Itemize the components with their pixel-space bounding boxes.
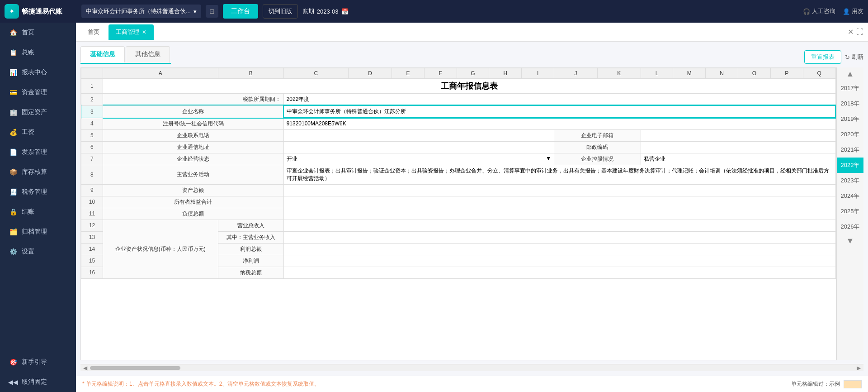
sidebar-item-invoice[interactable]: 📄 发票管理 bbox=[0, 142, 76, 162]
row-num-5: 5 bbox=[81, 129, 103, 141]
sidebar-item-guide[interactable]: 🎯 新手引导 bbox=[0, 352, 76, 372]
service-button[interactable]: 🎧 人工咨询 bbox=[803, 7, 835, 15]
col-p: P bbox=[770, 68, 803, 79]
address-value[interactable] bbox=[283, 141, 554, 153]
year-2018[interactable]: 2018年 bbox=[837, 96, 863, 111]
sub-tab-other-label: 其他信息 bbox=[135, 50, 160, 57]
copy-button[interactable]: ⊡ bbox=[206, 5, 218, 18]
hscroll-bar[interactable]: ◀ ▶ bbox=[80, 364, 863, 371]
year-2020[interactable]: 2020年 bbox=[837, 127, 863, 142]
hscroll-thumb[interactable] bbox=[90, 366, 180, 370]
resize-window-button[interactable]: ⛶ bbox=[856, 28, 863, 36]
user-button[interactable]: 👤 用友 bbox=[843, 7, 863, 15]
main-revenue-value[interactable] bbox=[283, 231, 835, 243]
tax-total-label: 纳税总额 bbox=[218, 267, 283, 278]
net-profit-value[interactable] bbox=[283, 255, 835, 267]
sidebar-item-ledger[interactable]: 📋 总账 bbox=[0, 43, 76, 62]
period-value-cell[interactable]: 2022年度 bbox=[283, 94, 835, 106]
chevron-down-icon: ▾ bbox=[193, 8, 197, 15]
email-value[interactable] bbox=[641, 129, 835, 141]
table-row: 5 企业联系电话 企业电子邮箱 bbox=[81, 129, 836, 141]
year-2019[interactable]: 2019年 bbox=[837, 111, 863, 127]
sidebar-item-salary[interactable]: 💰 工资 bbox=[0, 122, 76, 142]
table-row: 4 注册号/统一社会信用代码 91320100MA208E5W6K bbox=[81, 118, 836, 129]
col-q: Q bbox=[803, 68, 835, 79]
company-name-value[interactable]: 中审众环会计师事务所（特殊普通合伙）江苏分所 bbox=[283, 105, 835, 118]
sidebar-item-asset[interactable]: 🏢 固定资产 bbox=[0, 102, 76, 122]
sidebar-item-archive[interactable]: 🗂️ 归档管理 bbox=[0, 222, 76, 242]
table-row: 1 工商年报信息表 bbox=[81, 79, 836, 94]
pin-icon: ◀◀ bbox=[9, 378, 17, 386]
hscroll-right-button[interactable]: ▶ bbox=[854, 364, 863, 371]
biz-status-value[interactable]: 开业 ▼ bbox=[283, 153, 554, 165]
profit-value[interactable] bbox=[283, 243, 835, 255]
sidebar-item-settings[interactable]: ⚙️ 设置 bbox=[0, 242, 76, 262]
sidebar-label-home: 首页 bbox=[22, 29, 34, 37]
row-num-3: 3 bbox=[81, 105, 103, 118]
assets-value[interactable] bbox=[283, 184, 835, 196]
row-num-12: 12 bbox=[81, 220, 103, 231]
sub-tab-other[interactable]: 其他信息 bbox=[126, 46, 170, 63]
year-2017[interactable]: 2017年 bbox=[837, 81, 863, 96]
invoice-icon: 📄 bbox=[9, 148, 17, 156]
holding-value[interactable]: 私营企业 bbox=[641, 153, 835, 165]
main-biz-value[interactable]: 审查企业会计报表；出具审计报告；验证企业资本；出具验资报告；办理企业合并、分立、… bbox=[283, 165, 835, 184]
spreadsheet-container: A B C D E F G H I J K L bbox=[80, 67, 836, 360]
old-version-button[interactable]: 切到旧版 bbox=[263, 4, 298, 19]
year-2024[interactable]: 2024年 bbox=[837, 188, 863, 204]
sub-tab-basic-label: 基础信息 bbox=[90, 50, 115, 57]
sidebar-item-tax[interactable]: 🧾 税务管理 bbox=[0, 182, 76, 202]
equity-value[interactable] bbox=[283, 196, 835, 208]
sidebar-label-unpin: 取消固定 bbox=[22, 378, 47, 386]
year-scroll-down-button[interactable]: ▼ bbox=[844, 234, 856, 248]
hscroll-left-button[interactable]: ◀ bbox=[80, 364, 90, 371]
sidebar-label-settings: 设置 bbox=[22, 248, 34, 256]
phone-value[interactable] bbox=[283, 129, 554, 141]
sub-tab-basic[interactable]: 基础信息 bbox=[80, 46, 125, 63]
tax-total-value[interactable] bbox=[283, 267, 835, 278]
workbench-button[interactable]: 工作台 bbox=[223, 4, 258, 19]
close-window-button[interactable]: ✕ bbox=[848, 28, 854, 36]
sidebar-item-home[interactable]: 🏠 首页 bbox=[0, 23, 76, 43]
sidebar-item-inventory[interactable]: 📦 库存核算 bbox=[0, 162, 76, 182]
year-scroll-up-button[interactable]: ▲ bbox=[844, 67, 856, 81]
sidebar-label-salary: 工资 bbox=[22, 128, 34, 136]
reg-code-value[interactable]: 91320100MA208E5W6K bbox=[283, 118, 835, 129]
calendar-icon[interactable]: 📅 bbox=[341, 8, 349, 15]
reset-report-button[interactable]: 重置报表 bbox=[804, 50, 841, 64]
phone-label: 企业联系电话 bbox=[103, 129, 283, 141]
table-row: 12 企业资产状况信息(币种：人民币万元) 营业总收入 bbox=[81, 220, 836, 231]
sidebar-label-ledger: 总账 bbox=[22, 48, 34, 57]
net-profit-label: 净利润 bbox=[218, 255, 283, 267]
year-2021[interactable]: 2021年 bbox=[837, 142, 863, 158]
sidebar-item-report[interactable]: 📊 报表中心 bbox=[0, 62, 76, 82]
title-cell[interactable]: 工商年报信息表 bbox=[103, 79, 835, 94]
tab-close-icon[interactable]: ✕ bbox=[142, 29, 146, 35]
reg-code-label: 注册号/统一社会信用代码 bbox=[103, 118, 283, 129]
main-revenue-label: 其中：主营业务收入 bbox=[218, 231, 283, 243]
window-controls: ✕ ⛶ bbox=[848, 28, 863, 36]
postcode-value[interactable] bbox=[641, 141, 835, 153]
service-label: 人工咨询 bbox=[812, 7, 835, 15]
company-selector[interactable]: 中审众环会计师事务所（特殊普通合伙... ▾ bbox=[81, 5, 201, 18]
guide-icon: 🎯 bbox=[9, 358, 17, 366]
liabilities-value[interactable] bbox=[283, 208, 835, 220]
sidebar-item-unpin[interactable]: ◀◀ 取消固定 bbox=[0, 372, 76, 392]
dropdown-icon[interactable]: ▼ bbox=[546, 155, 551, 162]
revenue-value[interactable] bbox=[283, 220, 835, 231]
refresh-button[interactable]: ↻ 刷新 bbox=[845, 53, 863, 61]
year-2023[interactable]: 2023年 bbox=[837, 173, 863, 188]
postcode-label: 邮政编码 bbox=[554, 141, 641, 153]
year-2025[interactable]: 2025年 bbox=[837, 204, 863, 219]
cell-edit-label: 单元格编辑过：示例 bbox=[791, 380, 840, 388]
tabs-bar: 首页 工商管理 ✕ ✕ ⛶ bbox=[76, 23, 868, 42]
year-2022[interactable]: 2022年 bbox=[837, 158, 863, 173]
tab-business[interactable]: 工商管理 ✕ bbox=[108, 24, 154, 40]
col-j: J bbox=[554, 68, 598, 79]
sidebar-item-close[interactable]: 🔒 结账 bbox=[0, 202, 76, 222]
row-num-13: 13 bbox=[81, 231, 103, 243]
tab-home[interactable]: 首页 bbox=[80, 24, 107, 40]
sidebar-item-fund[interactable]: 💳 资金管理 bbox=[0, 82, 76, 102]
assets-status-label: 企业资产状况信息(币种：人民币万元) bbox=[103, 220, 218, 278]
year-2026[interactable]: 2026年 bbox=[837, 219, 863, 234]
